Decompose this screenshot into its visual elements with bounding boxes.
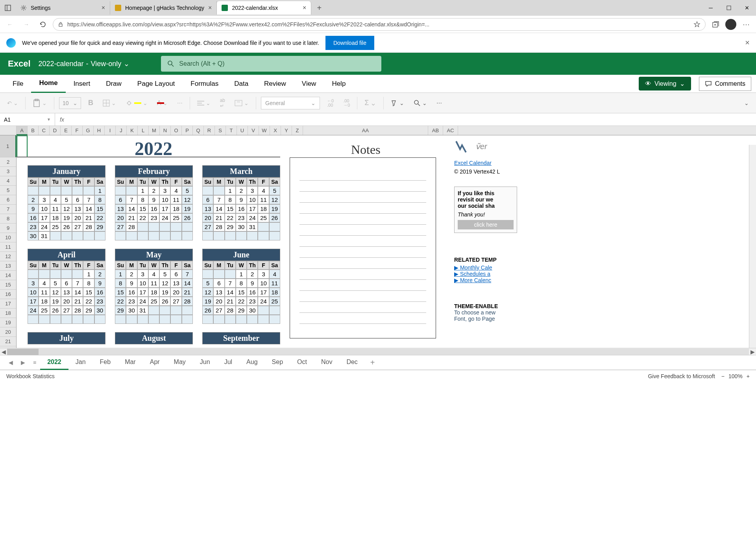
column-header[interactable]: X (270, 126, 281, 135)
select-all-corner[interactable] (0, 126, 17, 135)
row-header[interactable]: 2 (0, 157, 16, 167)
column-header[interactable]: I (105, 126, 116, 135)
row-header[interactable]: 13 (0, 261, 16, 271)
align-button[interactable]: ⌄ (195, 98, 213, 108)
prev-sheet-button[interactable]: ◀ (5, 359, 17, 366)
column-header[interactable]: J (116, 126, 127, 135)
close-icon[interactable]: × (102, 4, 105, 11)
maximize-button[interactable] (720, 0, 738, 16)
ribbon-tab-page-layout[interactable]: Page Layout (129, 75, 183, 93)
viewing-mode-button[interactable]: 👁 Viewing ⌄ (639, 77, 691, 91)
column-header[interactable]: U (237, 126, 248, 135)
zoom-in-button[interactable]: + (747, 373, 750, 379)
column-header[interactable]: N (160, 126, 171, 135)
column-header[interactable]: S (215, 126, 226, 135)
feedback-link[interactable]: Give Feedback to Microsoft (648, 373, 715, 379)
row-header[interactable]: 10 (0, 233, 16, 242)
fx-icon[interactable]: fx (55, 116, 69, 123)
find-button[interactable]: ⌄ (411, 98, 429, 108)
row-header[interactable]: 11 (0, 242, 16, 252)
all-sheets-button[interactable]: ≡ (29, 359, 40, 366)
column-header[interactable]: D (50, 126, 61, 135)
column-header[interactable]: A (17, 126, 28, 135)
column-header[interactable]: R (204, 126, 215, 135)
add-sheet-button[interactable]: + (365, 358, 381, 367)
collections-icon[interactable] (709, 18, 722, 31)
sheet-tab-jun[interactable]: Jun (193, 355, 217, 370)
wrap-text-button[interactable]: ab↵ (218, 96, 227, 110)
close-infobar-button[interactable]: × (745, 38, 750, 47)
column-header[interactable]: K (127, 126, 138, 135)
column-header[interactable]: G (83, 126, 94, 135)
more-font-button[interactable]: ⋯ (175, 98, 185, 108)
row-header[interactable]: 9 (0, 224, 16, 233)
browser-tab-calendar[interactable]: 2022-calendar.xlsx × (217, 1, 311, 15)
zoom-out-button[interactable]: − (721, 373, 725, 379)
paste-button[interactable]: ⌄ (30, 97, 49, 109)
ribbon-tab-home[interactable]: Home (31, 75, 65, 93)
column-header[interactable]: V (248, 126, 259, 135)
column-header[interactable]: AA (303, 126, 428, 135)
new-tab-button[interactable]: + (311, 0, 327, 16)
column-header[interactable]: Z (292, 126, 303, 135)
number-format-select[interactable]: General ⌄ (261, 97, 320, 109)
next-sheet-button[interactable]: ▶ (17, 359, 29, 366)
url-input[interactable]: https://view.officeapps.live.com/op/view… (53, 18, 706, 31)
sheet-tab-2022[interactable]: 2022 (40, 355, 68, 370)
column-header[interactable]: F (72, 126, 83, 135)
related-link[interactable]: ▶ Schedules a (454, 271, 490, 277)
refresh-button[interactable] (36, 18, 50, 31)
row-header[interactable]: 17 (0, 299, 16, 309)
row-header[interactable]: 15 (0, 280, 16, 290)
sheet-tab-nov[interactable]: Nov (314, 355, 339, 370)
column-header[interactable]: B (28, 126, 39, 135)
click-here-button[interactable]: click here (458, 220, 514, 229)
column-header[interactable]: C (39, 126, 50, 135)
sort-filter-button[interactable]: ⌄ (388, 98, 407, 108)
scroll-left-button[interactable]: ◀ (0, 349, 7, 355)
sheet-tab-dec[interactable]: Dec (339, 355, 364, 370)
column-header[interactable]: H (94, 126, 105, 135)
sheet-tab-jan[interactable]: Jan (68, 355, 93, 370)
row-header[interactable]: 16 (0, 290, 16, 299)
workbook-statistics[interactable]: Workbook Statistics (6, 373, 55, 379)
column-header[interactable]: T (226, 126, 237, 135)
column-header[interactable]: M (149, 126, 160, 135)
merge-button[interactable]: ⌄ (232, 98, 251, 108)
ribbon-tab-file[interactable]: File (5, 75, 31, 93)
zoom-level[interactable]: 100% (728, 373, 743, 379)
sheet-tab-apr[interactable]: Apr (143, 355, 167, 370)
ribbon-tab-insert[interactable]: Insert (66, 75, 98, 93)
column-header[interactable]: Y (281, 126, 292, 135)
filename-dropdown[interactable]: 2022-calendar - View-only ⌄ (39, 59, 130, 68)
menu-button[interactable]: ⋯ (739, 18, 753, 31)
sheet-tab-feb[interactable]: Feb (93, 355, 118, 370)
related-link[interactable]: ▶ More Calenc (454, 277, 491, 283)
ribbon-tab-view[interactable]: View (294, 75, 324, 93)
back-button[interactable]: ← (3, 18, 17, 31)
scroll-thumb[interactable] (7, 349, 39, 355)
increase-decimal-button[interactable]: .00→0 (341, 97, 352, 109)
sheet-tab-mar[interactable]: Mar (118, 355, 143, 370)
close-icon[interactable]: × (303, 4, 306, 11)
more-commands-button[interactable]: ⋯ (434, 98, 444, 108)
ribbon-tab-review[interactable]: Review (256, 75, 294, 93)
decrease-decimal-button[interactable]: ←0.00 (325, 97, 336, 109)
bold-button[interactable]: B (86, 97, 96, 109)
column-header[interactable]: AB (428, 126, 443, 135)
name-box[interactable]: A1 ▼ (0, 113, 55, 126)
autosum-button[interactable]: Σ ⌄ (362, 97, 379, 109)
row-header[interactable]: 6 (0, 195, 16, 205)
row-header[interactable]: 8 (0, 214, 16, 224)
forward-button[interactable]: → (20, 18, 33, 31)
close-window-button[interactable]: × (738, 0, 756, 16)
row-header[interactable]: 4 (0, 176, 16, 186)
sheet-tab-jul[interactable]: Jul (217, 355, 239, 370)
collapse-ribbon-button[interactable]: ⌄ (742, 98, 751, 108)
row-header[interactable]: 14 (0, 271, 16, 280)
row-header[interactable]: 1 (0, 135, 16, 157)
font-size-input[interactable]: 10 ⌄ (59, 97, 81, 109)
search-input[interactable]: Search (Alt + Q) (161, 56, 381, 72)
minimize-button[interactable]: ─ (702, 0, 720, 16)
tab-actions-icon[interactable] (0, 0, 16, 16)
